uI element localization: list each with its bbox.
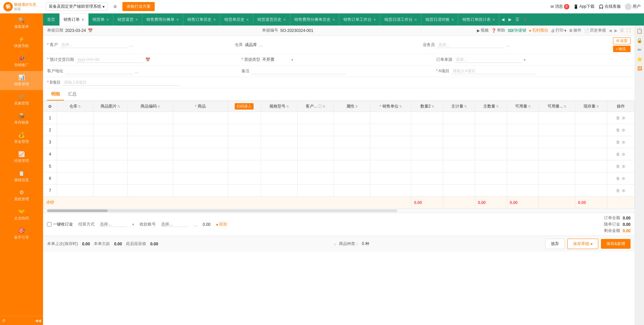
close-icon[interactable]: ✕ bbox=[176, 18, 179, 22]
th-product[interactable]: *商品 bbox=[173, 101, 228, 112]
sidebar-item-guide[interactable]: 🎯 新手引导 bbox=[0, 224, 43, 243]
profit-btn[interactable]: ● 毛利预估 bbox=[529, 28, 548, 33]
tab-detail[interactable]: 明细 bbox=[47, 88, 64, 100]
discard-button[interactable]: 放弃 bbox=[545, 239, 565, 249]
tab-sales-order[interactable]: 销售订单 ✕ bbox=[60, 13, 88, 26]
add-payment-btn[interactable]: ● 添加 bbox=[216, 221, 227, 227]
row-qty2[interactable] bbox=[411, 112, 443, 124]
help-btn[interactable]: ❓ 帮助 bbox=[491, 28, 505, 33]
close-icon[interactable]: ✕ bbox=[414, 18, 417, 22]
row-product[interactable] bbox=[173, 112, 228, 124]
row-warehouse[interactable] bbox=[57, 112, 93, 124]
settings-icon-btn[interactable]: ⚙ bbox=[110, 2, 120, 11]
order-source-input[interactable] bbox=[454, 56, 522, 63]
tab-menu-btn[interactable]: ☰ bbox=[514, 13, 521, 26]
tab-home[interactable]: 首页 bbox=[43, 13, 60, 26]
th-main-qty[interactable]: 主数量⇅ bbox=[475, 101, 507, 112]
th-available2[interactable]: 可用量...⇅ bbox=[539, 101, 575, 112]
right-panel-btn-2[interactable]: 🔒 bbox=[636, 36, 644, 44]
b-project-input[interactable] bbox=[63, 79, 180, 86]
copy-row-btn[interactable]: ⊕ bbox=[622, 128, 625, 132]
th-warehouse[interactable]: 仓库⇅ bbox=[57, 101, 93, 112]
delete-row-btn[interactable]: 🗑 bbox=[616, 188, 620, 193]
row-scan[interactable] bbox=[228, 112, 261, 124]
close-icon[interactable]: ✕ bbox=[332, 18, 335, 22]
right-panel-btn-4[interactable]: ⭐ bbox=[636, 55, 644, 63]
customer-expand-btn[interactable]: ... bbox=[129, 42, 133, 47]
tab-next-btn[interactable]: ▶ bbox=[506, 13, 514, 26]
chevron-down-icon[interactable]: ▾ bbox=[591, 242, 593, 246]
row-spec[interactable] bbox=[261, 112, 297, 124]
close-icon[interactable]: ✕ bbox=[451, 18, 454, 22]
sidebar-settings-btn[interactable]: ⚙ bbox=[2, 318, 6, 323]
close-icon[interactable]: ✕ bbox=[81, 18, 84, 22]
scan-button[interactable]: 扫码录入 bbox=[235, 103, 254, 110]
sidebar-item-inventory[interactable]: 📦 库存核算 bbox=[0, 109, 43, 128]
row-main-qty[interactable] bbox=[475, 112, 507, 124]
sidebar-item-sales[interactable]: 📊 销售管理 bbox=[0, 71, 43, 90]
th-spec[interactable]: 规格型号⇅ bbox=[261, 101, 297, 112]
th-scan[interactable]: 扫码录入 bbox=[228, 101, 261, 112]
sidebar-item-system[interactable]: ⚙ 系统管理 bbox=[0, 186, 43, 205]
row-code[interactable] bbox=[127, 112, 173, 124]
copy-row-btn[interactable]: ⊕ bbox=[622, 140, 625, 145]
right-panel-btn-5[interactable]: 🖼 bbox=[636, 65, 644, 73]
user-item[interactable]: 用户 bbox=[625, 3, 641, 10]
delete-row-btn[interactable]: 🗑 bbox=[616, 116, 620, 120]
tab-sales-return[interactable]: 销货退货 ✕ bbox=[113, 13, 142, 26]
close-icon[interactable]: ✕ bbox=[135, 18, 138, 22]
tab-sales-fee-split[interactable]: 销售费用分摊单 ✕ bbox=[142, 13, 183, 26]
copy-row-btn[interactable]: ⊕ bbox=[622, 188, 625, 193]
print-btn[interactable]: 🖨 打印 ▾ bbox=[551, 28, 566, 33]
message-item[interactable]: ✉ 消息 8 bbox=[551, 4, 569, 9]
row-attribute[interactable] bbox=[334, 112, 370, 124]
calendar-icon[interactable]: 📅 bbox=[88, 28, 93, 33]
tab-summary[interactable]: 汇总 bbox=[64, 88, 81, 100]
delete-row-btn[interactable]: 🗑 bbox=[616, 164, 620, 169]
sidebar-item-enterprise[interactable]: 🤝 企业协同 bbox=[0, 205, 43, 224]
close-icon[interactable]: ✕ bbox=[283, 18, 286, 22]
tab-sales-fee-history[interactable]: 销售费用分摊单历史 ✕ bbox=[290, 13, 339, 26]
address-expand-btn[interactable]: ... bbox=[135, 69, 139, 74]
settlement-input[interactable] bbox=[100, 222, 127, 227]
th-code[interactable]: 商品编码⇅ bbox=[127, 101, 173, 112]
shortcut-btn[interactable]: ⌨ 快捷键 bbox=[508, 28, 526, 33]
right-panel-btn-3[interactable]: ✏ bbox=[636, 46, 644, 54]
row-available2[interactable] bbox=[539, 112, 575, 124]
fullscreen-icon[interactable]: ⛶ bbox=[627, 28, 631, 33]
salesman-expand-btn[interactable]: ... bbox=[506, 42, 510, 47]
nav-next-icon[interactable]: ▶ bbox=[614, 28, 617, 33]
row-unit[interactable] bbox=[370, 112, 411, 124]
chevron-down-icon2[interactable]: ▾ bbox=[524, 57, 526, 62]
sidebar-item-finance[interactable]: 💰 资金管理 bbox=[0, 128, 43, 148]
close-icon[interactable]: ✕ bbox=[492, 18, 495, 22]
th-attribute[interactable]: 属性⇅ bbox=[334, 101, 370, 112]
warehouse-expand-btn[interactable]: ... bbox=[259, 42, 263, 47]
tab-sales-order-history[interactable]: 销售订单历史 ✕ bbox=[183, 13, 220, 26]
delete-row-btn[interactable]: 🗑 bbox=[616, 176, 620, 181]
online-support-item[interactable]: 🎧 在线客服 bbox=[599, 4, 621, 9]
th-stock[interactable]: 现存量⇅ bbox=[575, 101, 607, 112]
tab-sales-workbench[interactable]: 销售订单工作台 ✕ bbox=[339, 13, 380, 26]
copy-row-btn[interactable]: ⊕ bbox=[622, 116, 625, 120]
sidebar-item-navigation[interactable]: ⚡ 快捷导航 bbox=[0, 33, 43, 52]
row-available[interactable] bbox=[507, 112, 539, 124]
close-icon[interactable]: ✕ bbox=[213, 18, 216, 22]
sidebar-item-operations[interactable]: 📈 经营管理 bbox=[0, 148, 43, 167]
chevron-down-icon[interactable]: ▾ bbox=[291, 57, 293, 62]
th-available[interactable]: 可用量⇅ bbox=[507, 101, 539, 112]
system-selector[interactable]: 装备及固定资产辅助管理系统 ▾ bbox=[46, 2, 108, 11]
customer-input[interactable] bbox=[60, 42, 127, 48]
tab-sales-slip-history[interactable]: 销货单历史 ✕ bbox=[220, 13, 253, 26]
th-qty2[interactable]: 数量2⇅ bbox=[411, 101, 443, 112]
receipt-expand-btn[interactable]: ... bbox=[193, 222, 197, 227]
row-stock[interactable] bbox=[575, 112, 607, 124]
delete-row-btn[interactable]: 🗑 bbox=[616, 140, 620, 145]
sidebar-item-search[interactable]: 🔍 搜索菜单 bbox=[0, 13, 43, 33]
th-settings[interactable]: ⚙ bbox=[43, 101, 57, 112]
nav-prev-icon[interactable]: ◀ bbox=[609, 28, 612, 33]
copy-row-btn[interactable]: ⊕ bbox=[622, 164, 625, 169]
a-project-input[interactable] bbox=[451, 68, 535, 74]
history-btn[interactable]: 📄 历史单据 bbox=[584, 28, 606, 33]
th-main-unit[interactable]: 主计量⇅ bbox=[443, 101, 475, 112]
